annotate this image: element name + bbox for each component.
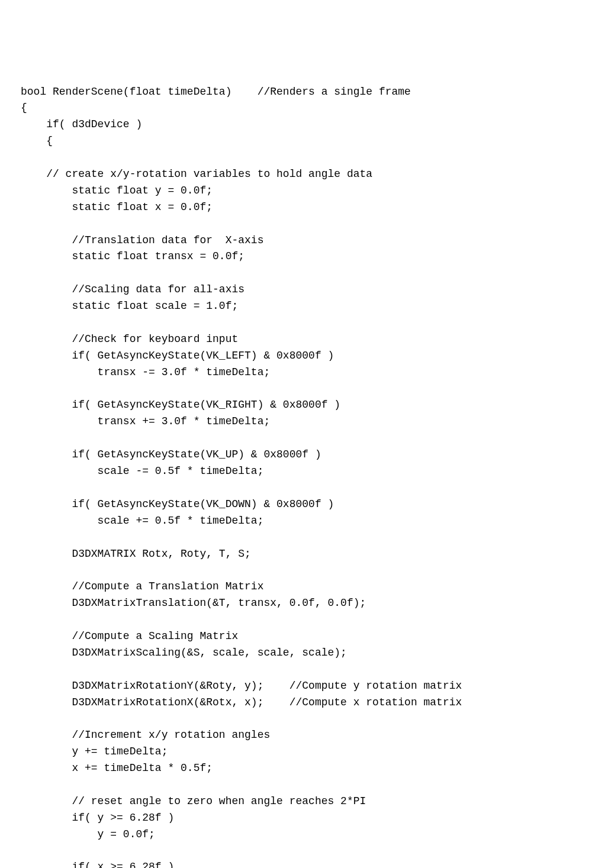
code-block: bool RenderScene(float timeDelta) //Rend… [21, 84, 568, 868]
code-line: if( y >= 6.28f ) [21, 812, 174, 824]
code-line: static float transx = 0.0f; [21, 250, 244, 262]
code-line: D3DXMatrixRotationY(&Roty, y); //Compute… [21, 680, 462, 692]
code-line: //Check for keyboard input [21, 333, 238, 345]
code-line: //Compute a Translation Matrix [21, 580, 263, 592]
code-line: y += timeDelta; [21, 746, 168, 757]
code-line: scale -= 0.5f * timeDelta; [21, 465, 263, 477]
code-line: D3DXMatrixTranslation(&T, transx, 0.0f, … [21, 597, 366, 609]
code-line: if( d3dDevice ) [21, 118, 142, 130]
code-line: D3DXMatrixScaling(&S, scale, scale, scal… [21, 647, 347, 659]
code-line: y = 0.0f; [21, 828, 155, 840]
code-line: static float scale = 1.0f; [21, 300, 238, 312]
code-line: scale += 0.5f * timeDelta; [21, 515, 263, 527]
code-line: if( GetAsyncKeyState(VK_UP) & 0x8000f ) [21, 448, 321, 460]
code-line: // create x/y-rotation variables to hold… [21, 168, 372, 180]
code-line: transx -= 3.0f * timeDelta; [21, 366, 270, 378]
code-line: //Translation data for X-axis [21, 234, 263, 246]
code-line: if( GetAsyncKeyState(VK_LEFT) & 0x8000f … [21, 350, 334, 362]
code-line: if( GetAsyncKeyState(VK_DOWN) & 0x8000f … [21, 498, 334, 510]
code-line: //Compute a Scaling Matrix [21, 630, 238, 642]
code-line: x += timeDelta * 0.5f; [21, 762, 213, 774]
code-line: bool RenderScene(float timeDelta) //Rend… [21, 86, 411, 98]
code-line: D3DXMatrixRotationX(&Rotx, x); //Compute… [21, 696, 462, 708]
code-line: // reset angle to zero when angle reache… [21, 795, 366, 807]
code-line: static float x = 0.0f; [21, 201, 213, 213]
code-line: //Increment x/y rotation angles [21, 729, 270, 741]
code-line: D3DXMATRIX Rotx, Roty, T, S; [21, 548, 251, 560]
code-line: { [21, 135, 53, 147]
code-line: { [21, 102, 27, 114]
code-line: if( GetAsyncKeyState(VK_RIGHT) & 0x8000f… [21, 399, 340, 411]
code-line: if( x >= 6.28f ) [21, 861, 174, 868]
code-line: transx += 3.0f * timeDelta; [21, 415, 270, 427]
code-line: static float y = 0.0f; [21, 185, 213, 196]
code-line: //Scaling data for all-axis [21, 283, 244, 295]
